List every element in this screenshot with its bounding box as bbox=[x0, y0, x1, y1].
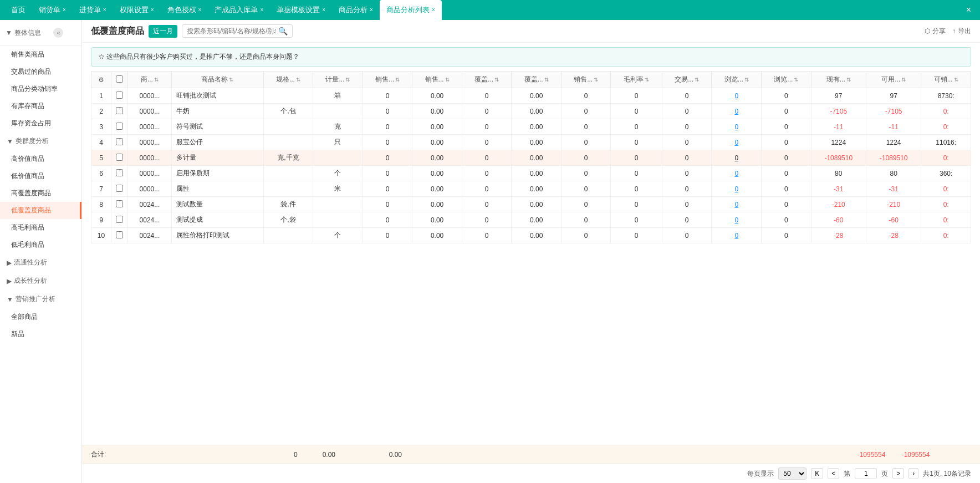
cell-available: -31 bbox=[866, 181, 921, 197]
col-current[interactable]: 现有...⇅ bbox=[811, 72, 866, 88]
sidebar-section-growth[interactable]: ▶ 成长性分析 bbox=[0, 272, 81, 290]
col-sellable[interactable]: 可销...⇅ bbox=[921, 72, 971, 88]
nav-permissions[interactable]: 权限设置 × bbox=[113, 0, 161, 20]
col-name[interactable]: 商品名称⇅ bbox=[171, 72, 263, 88]
search-input[interactable] bbox=[187, 27, 276, 35]
select-all-checkbox[interactable] bbox=[116, 75, 123, 83]
cell-browse2: 0 bbox=[762, 88, 811, 104]
cell-current: -210 bbox=[811, 197, 866, 212]
cell-checkbox[interactable] bbox=[111, 135, 128, 150]
cell-checkbox[interactable] bbox=[111, 212, 128, 228]
cell-checkbox[interactable] bbox=[111, 104, 128, 119]
cell-spec: 个,袋 bbox=[263, 212, 313, 228]
cell-sales3: 0 bbox=[561, 150, 611, 166]
nav-analysis-list[interactable]: 商品分析列表 × bbox=[380, 0, 442, 20]
export-button[interactable]: ↑ 导出 bbox=[952, 27, 971, 36]
next-page-button[interactable]: > bbox=[892, 468, 904, 479]
cell-checkbox[interactable] bbox=[111, 228, 128, 243]
col-sales1[interactable]: 销售...⇅ bbox=[363, 72, 412, 88]
nav-roles[interactable]: 角色授权 × bbox=[161, 0, 208, 20]
cell-current: 97 bbox=[811, 88, 866, 104]
col-unit[interactable]: 计量...⇅ bbox=[313, 72, 363, 88]
cell-sales3: 0 bbox=[561, 88, 611, 104]
cell-browse1[interactable]: 0 bbox=[712, 166, 762, 181]
cell-browse1[interactable]: 0 bbox=[712, 228, 762, 243]
col-cover2[interactable]: 覆盖...⇅ bbox=[512, 72, 562, 88]
info-banner: ☆ 这些商品只有很少客户购买过，是推广不够，还是商品本身问题？ bbox=[91, 47, 971, 67]
cell-cover2: 0.00 bbox=[512, 228, 562, 243]
col-code[interactable]: 商...⇅ bbox=[128, 72, 172, 88]
cell-checkbox[interactable] bbox=[111, 88, 128, 104]
total-bar: 合计: 0 0.00 0.00 -1095554 -1095554 bbox=[82, 445, 980, 464]
date-filter-button[interactable]: 近一月 bbox=[149, 25, 177, 38]
nav-purchase[interactable]: 进货单 × bbox=[73, 0, 113, 20]
sidebar-item-low-gross[interactable]: 低毛利商品 bbox=[0, 236, 81, 253]
nav-home[interactable]: 首页 bbox=[4, 0, 32, 20]
cell-browse1[interactable]: 0 bbox=[712, 119, 762, 135]
nav-analysis[interactable]: 商品分析 × bbox=[332, 0, 380, 20]
last-page-button[interactable]: › bbox=[908, 468, 918, 479]
per-page-select[interactable]: 50 20 100 bbox=[778, 467, 807, 480]
cell-browse1[interactable]: 0 bbox=[712, 150, 762, 166]
nav-sales[interactable]: 销货单 × bbox=[32, 0, 73, 20]
page-title: 低覆盖度商品 bbox=[91, 26, 144, 37]
nav-templates[interactable]: 单据模板设置 × bbox=[270, 0, 332, 20]
cell-browse1[interactable]: 0 bbox=[712, 197, 762, 212]
sidebar-item-traded-products[interactable]: 交易过的商品 bbox=[0, 63, 81, 80]
col-trade[interactable]: 交易...⇅ bbox=[662, 72, 712, 88]
sidebar-collapse-button[interactable]: « bbox=[53, 28, 63, 38]
sidebar-section-group[interactable]: ▼ 类群度分析 bbox=[0, 132, 81, 150]
sidebar-item-high-value[interactable]: 高价值商品 bbox=[0, 150, 81, 167]
sidebar-item-all-products[interactable]: 全部商品 bbox=[0, 308, 81, 326]
nav-products[interactable]: 产成品入库单 × bbox=[208, 0, 270, 20]
sidebar-item-new-products[interactable]: 新品 bbox=[0, 326, 81, 343]
cell-browse1[interactable]: 0 bbox=[712, 135, 762, 150]
cell-checkbox[interactable] bbox=[111, 119, 128, 135]
cell-checkbox[interactable] bbox=[111, 150, 128, 166]
cell-code: 0024... bbox=[128, 197, 172, 212]
col-cover1[interactable]: 覆盖...⇅ bbox=[462, 72, 512, 88]
col-gross[interactable]: 毛利率⇅ bbox=[611, 72, 662, 88]
settings-icon[interactable]: ⚙ bbox=[98, 76, 104, 84]
col-sales2[interactable]: 销售...⇅ bbox=[412, 72, 462, 88]
col-sales3[interactable]: 销售...⇅ bbox=[561, 72, 611, 88]
sidebar-item-category-rate[interactable]: 商品分类动销率 bbox=[0, 80, 81, 98]
page-number-input[interactable] bbox=[855, 468, 877, 479]
cell-browse1[interactable]: 0 bbox=[712, 104, 762, 119]
cell-checkbox[interactable] bbox=[111, 197, 128, 212]
col-browse2[interactable]: 浏览...⇅ bbox=[762, 72, 811, 88]
sidebar-item-sales-products[interactable]: 销售类商品 bbox=[0, 46, 81, 63]
cell-sales2: 0.00 bbox=[412, 181, 462, 197]
cell-gross: 0 bbox=[611, 119, 662, 135]
col-available[interactable]: 可用...⇅ bbox=[866, 72, 921, 88]
sidebar-item-high-coverage[interactable]: 高覆盖度商品 bbox=[0, 185, 81, 202]
cell-unit bbox=[313, 212, 363, 228]
cell-gross: 0 bbox=[611, 135, 662, 150]
cell-unit: 米 bbox=[313, 181, 363, 197]
cell-checkbox[interactable] bbox=[111, 181, 128, 197]
window-close-button[interactable]: × bbox=[962, 5, 976, 15]
cell-checkbox[interactable] bbox=[111, 166, 128, 181]
cell-sales1: 0 bbox=[363, 104, 412, 119]
sidebar-item-low-value[interactable]: 低价值商品 bbox=[0, 167, 81, 185]
share-button[interactable]: ⬡ 分享 bbox=[925, 27, 946, 36]
page-label: 第 bbox=[844, 469, 850, 479]
first-page-button[interactable]: K bbox=[811, 468, 823, 479]
sidebar-item-high-gross[interactable]: 高毛利商品 bbox=[0, 219, 81, 236]
sidebar-section-marketing[interactable]: ▼ 营销推广分析 bbox=[0, 290, 81, 308]
sidebar-item-low-coverage[interactable]: 低覆盖度商品 bbox=[0, 202, 81, 219]
prev-page-button[interactable]: < bbox=[828, 468, 839, 479]
cell-unit: 只 bbox=[313, 135, 363, 150]
col-browse1[interactable]: 浏览...⇅ bbox=[712, 72, 762, 88]
sidebar-item-stock-capital[interactable]: 库存资金占用 bbox=[0, 115, 81, 132]
sidebar-item-in-stock[interactable]: 有库存商品 bbox=[0, 98, 81, 115]
cell-sales2: 0.00 bbox=[412, 212, 462, 228]
cell-browse1[interactable]: 0 bbox=[712, 181, 762, 197]
sidebar-section-overall[interactable]: ▼ 整体信息 bbox=[6, 28, 41, 38]
col-spec[interactable]: 规格...⇅ bbox=[263, 72, 313, 88]
cell-browse1[interactable]: 0 bbox=[712, 88, 762, 104]
sidebar-section-flow[interactable]: ▶ 流通性分析 bbox=[0, 253, 81, 272]
cell-unit bbox=[313, 150, 363, 166]
cell-sales3: 0 bbox=[561, 197, 611, 212]
cell-browse1[interactable]: 0 bbox=[712, 212, 762, 228]
